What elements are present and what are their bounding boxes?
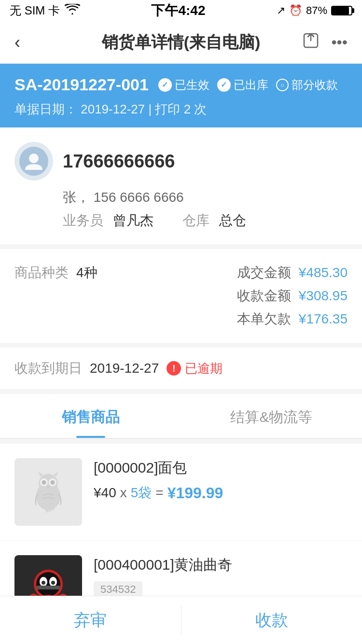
warehouse-name: 总仓 (219, 211, 246, 230)
customer-phone: 17666666666 (63, 151, 175, 172)
tab-products-label: 销售商品 (62, 409, 120, 425)
carrier-text: 无 SIM 卡 (10, 3, 60, 18)
overdue-text: 已逾期 (185, 360, 223, 377)
svg-point-7 (51, 480, 55, 485)
customer-alt-phone: 156 6666 6666 (94, 190, 184, 205)
warehouse-label: 仓库 (182, 211, 209, 230)
debt-row: 本单欠款 ¥176.35 (237, 310, 348, 328)
svg-point-1 (29, 154, 39, 163)
date-label: 单据日期： (14, 102, 77, 116)
avatar-icon (19, 147, 48, 176)
due-date: 2019-12-27 (90, 361, 159, 376)
customer-meta: 业务员 曾凡杰 仓库 总仓 (14, 211, 348, 230)
sales-label: 业务员 (63, 211, 103, 230)
product-name-1: [0000002]面包 (94, 458, 348, 478)
stats-section: 商品种类 4种 成交金额 ¥485.30 收款金额 ¥308.95 本单欠款 ¥… (0, 249, 362, 348)
tab-settlement[interactable]: 结算&物流等 (181, 394, 362, 438)
debt-label: 本单欠款 (237, 310, 291, 328)
customer-info: 张， 156 6666 6666 (14, 188, 348, 207)
price-unit-1: ¥40 (94, 485, 116, 501)
battery-percent: 87% (306, 4, 327, 17)
svg-point-6 (42, 480, 46, 485)
header-band: SA-20191227-001 ✓ 已生效 ✓ 已出库 ○ 部分收款 单据日期：… (0, 64, 362, 127)
product-name-2: [000400001]黄油曲奇 (94, 555, 348, 575)
overdue-badge: ! 已逾期 (167, 360, 223, 377)
check-icon-1: ✓ (158, 78, 172, 92)
reject-button[interactable]: 弃审 (0, 600, 181, 641)
avatar (14, 142, 53, 181)
svg-point-14 (51, 581, 55, 585)
alarm-icon: ⏰ (289, 4, 302, 17)
product-type-label: 商品种类 (14, 264, 69, 282)
badge-partial: ○ 部分收款 (276, 77, 338, 93)
status-time: 下午4:42 (151, 1, 205, 20)
product-price-row-1: ¥40 x 5袋 = ¥199.99 (94, 484, 348, 502)
customer-row: 17666666666 (14, 142, 348, 181)
status-bar: 无 SIM 卡 下午4:42 ↗ ⏰ 87% (0, 0, 362, 21)
price-multiplier-1: x (120, 485, 127, 501)
price-qty-1: 5袋 (131, 484, 152, 502)
battery-icon (331, 6, 352, 15)
product-thumb-1: 鲸+ (14, 458, 82, 526)
stats-left: 商品种类 4种 (14, 264, 97, 282)
svg-point-13 (42, 581, 45, 585)
tab-settlement-label: 结算&物流等 (230, 409, 312, 425)
status-carrier: 无 SIM 卡 (10, 3, 80, 18)
order-date: 2019-12-27 (81, 102, 145, 116)
received-row: 收款金额 ¥308.95 (237, 287, 348, 305)
svg-rect-15 (36, 586, 60, 589)
badge-shipped-label: 已出库 (234, 77, 268, 93)
due-section: 收款到期日 2019-12-27 ! 已逾期 (0, 348, 362, 394)
customer-name-text: 张， (63, 190, 90, 205)
badge-partial-label: 部分收款 (292, 77, 338, 93)
tabs-row: 销售商品 结算&物流等 (0, 394, 362, 438)
status-right: ↗ ⏰ 87% (277, 4, 352, 17)
svg-text:鲸+: 鲸+ (44, 506, 55, 513)
overdue-icon: ! (167, 361, 181, 376)
product-sku-badge: 534532 (94, 581, 142, 598)
product-thumb-placeholder-1: 鲸+ (14, 458, 82, 526)
product-info-1: [0000002]面包 ¥40 x 5袋 = ¥199.99 (94, 458, 348, 502)
order-id: SA-20191227-001 (14, 75, 149, 94)
price-equals-1: = (155, 485, 163, 501)
header-band-top: SA-20191227-001 ✓ 已生效 ✓ 已出库 ○ 部分收款 (14, 75, 348, 94)
location-icon: ↗ (277, 4, 285, 17)
due-label: 收款到期日 (14, 359, 82, 378)
print-suffix: 次 (194, 102, 207, 116)
amount-label: 成交金额 (237, 264, 291, 282)
back-button[interactable]: ‹ (10, 28, 25, 57)
page-title: 销货单详情(来自电脑) (102, 31, 261, 54)
collect-button[interactable]: 收款 (181, 600, 362, 641)
product-type-count: 4种 (76, 264, 97, 282)
badge-group: ✓ 已生效 ✓ 已出库 ○ 部分收款 (158, 77, 338, 93)
tabs-section: 销售商品 结算&物流等 (0, 394, 362, 439)
sales-name: 曾凡杰 (113, 211, 153, 230)
stats-row: 商品种类 4种 成交金额 ¥485.30 收款金额 ¥308.95 本单欠款 ¥… (14, 264, 348, 328)
amount-row: 成交金额 ¥485.30 (237, 264, 348, 282)
stats-right: 成交金额 ¥485.30 收款金额 ¥308.95 本单欠款 ¥176.35 (237, 264, 348, 328)
badge-activated: ✓ 已生效 (158, 77, 209, 93)
print-count: 2 (184, 102, 191, 116)
tab-products[interactable]: 销售商品 (0, 394, 181, 438)
badge-shipped: ✓ 已出库 (217, 77, 268, 93)
received-value: ¥308.95 (299, 288, 348, 304)
svg-point-10 (36, 572, 60, 596)
wifi-icon (65, 4, 80, 17)
nav-bar: ‹ 销货单详情(来自电脑) ••• (0, 21, 362, 64)
amount-value: ¥485.30 (299, 265, 348, 280)
badge-activated-label: 已生效 (175, 77, 209, 93)
nav-right-actions: ••• (302, 32, 348, 53)
header-date-row: 单据日期： 2019-12-27 | 打印 2 次 (14, 101, 348, 118)
customer-section: 17666666666 张， 156 6666 6666 业务员 曾凡杰 仓库 … (0, 127, 362, 249)
received-label: 收款金额 (237, 287, 291, 305)
check-icon-2: ✓ (217, 78, 231, 92)
clock-icon: ○ (276, 79, 289, 91)
product-item: 鲸+ [0000002]面包 ¥40 x 5袋 = ¥199.99 (0, 444, 362, 541)
debt-value: ¥176.35 (299, 311, 348, 327)
price-total-1: ¥199.99 (167, 484, 223, 502)
more-icon[interactable]: ••• (331, 33, 348, 51)
share-icon[interactable] (302, 32, 320, 53)
bottom-bar: 弃审 收款 (0, 596, 362, 644)
print-separator: | 打印 (148, 102, 183, 116)
